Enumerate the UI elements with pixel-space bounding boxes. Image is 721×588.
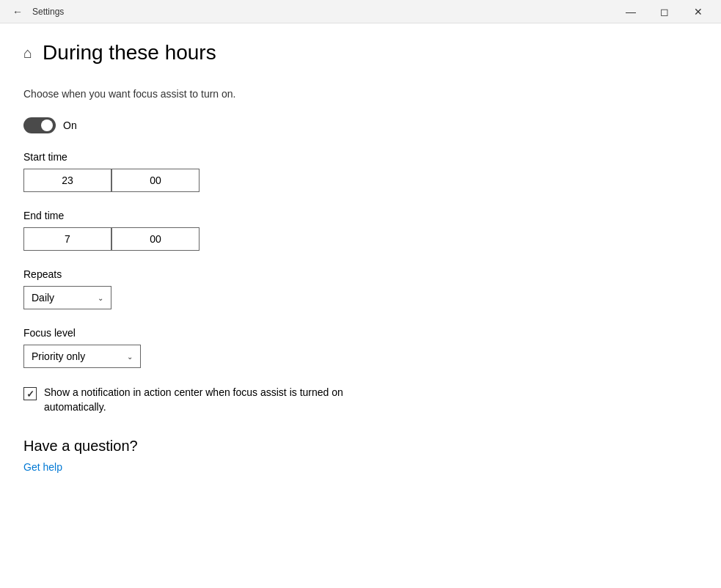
repeats-dropdown-button[interactable]: Daily ⌄ — [23, 286, 111, 309]
repeats-label: Repeats — [23, 268, 698, 280]
start-time-section: Start time — [23, 151, 698, 192]
focus-level-label: Focus level — [23, 327, 698, 339]
question-title: Have a question? — [23, 438, 698, 455]
main-content: ⌂ During these hours Choose when you wan… — [0, 23, 721, 588]
title-bar: ← Settings — ◻ ✕ — [0, 0, 721, 23]
focus-level-value: Priority only — [32, 350, 85, 362]
end-time-inputs — [23, 227, 698, 251]
title-bar-title: Settings — [32, 7, 614, 17]
close-button[interactable]: ✕ — [681, 0, 715, 23]
maximize-button[interactable]: ◻ — [648, 0, 681, 23]
repeats-chevron-icon: ⌄ — [98, 294, 103, 302]
start-time-inputs — [23, 169, 698, 192]
help-section: Have a question? Get help — [23, 438, 698, 474]
start-hour-input[interactable] — [23, 169, 111, 192]
notification-checkbox-label: Show a notification in action center whe… — [44, 386, 352, 414]
description-text: Choose when you want focus assist to tur… — [23, 88, 698, 100]
toggle-label: On — [63, 120, 77, 131]
focus-level-dropdown-button[interactable]: Priority only ⌄ — [23, 345, 141, 368]
end-hour-input[interactable] — [23, 227, 111, 251]
toggle-row: On — [23, 117, 698, 133]
minimize-button[interactable]: — — [614, 0, 648, 23]
page-title: During these hours — [43, 41, 216, 65]
home-icon: ⌂ — [23, 45, 32, 62]
repeats-value: Daily — [32, 292, 54, 304]
focus-level-chevron-icon: ⌄ — [127, 353, 133, 361]
repeats-section: Repeats Daily ⌄ — [23, 268, 698, 309]
end-minute-input[interactable] — [111, 227, 200, 251]
toggle-track — [23, 117, 56, 133]
toggle-thumb — [41, 120, 53, 131]
repeats-dropdown: Daily ⌄ — [23, 286, 111, 309]
start-time-label: Start time — [23, 151, 698, 163]
start-minute-input[interactable] — [111, 169, 200, 192]
end-time-label: End time — [23, 210, 698, 221]
focus-level-dropdown: Priority only ⌄ — [23, 345, 141, 368]
window-controls: — ◻ ✕ — [614, 0, 715, 23]
focus-assist-toggle[interactable] — [23, 117, 56, 133]
back-button[interactable]: ← — [6, 0, 29, 23]
end-time-section: End time — [23, 210, 698, 251]
focus-level-section: Focus level Priority only ⌄ — [23, 327, 698, 368]
page-header: ⌂ During these hours — [23, 41, 698, 65]
get-help-link[interactable]: Get help — [23, 461, 62, 473]
notification-checkbox[interactable] — [23, 387, 37, 400]
notification-checkbox-row: Show a notification in action center whe… — [23, 386, 698, 414]
